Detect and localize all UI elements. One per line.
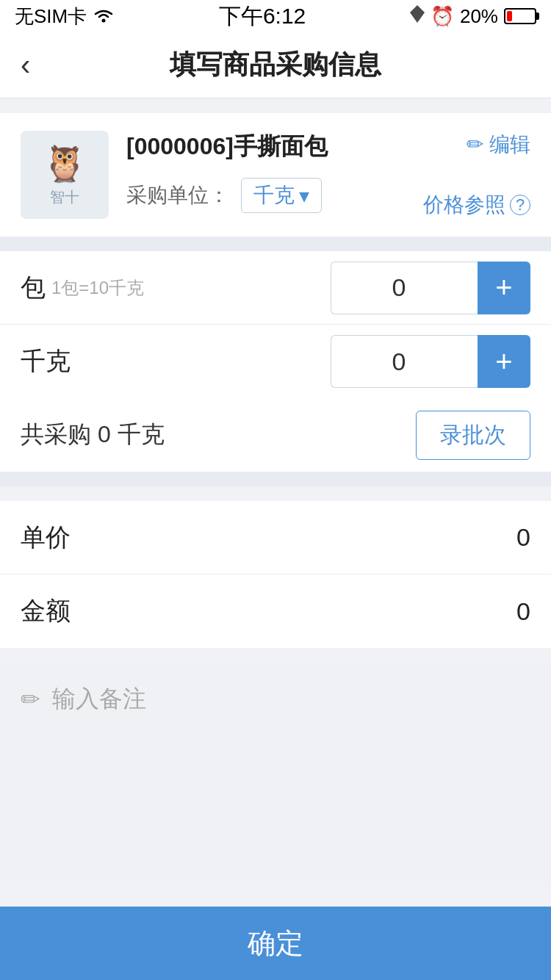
section-divider-1 — [0, 237, 551, 251]
status-left: 无SIM卡 — [15, 4, 115, 29]
status-time: 下午6:12 — [219, 1, 306, 32]
bao-qty-wrap: + — [331, 262, 530, 314]
carrier-text: 无SIM卡 — [15, 4, 87, 29]
bao-input-row: 包 1包=10千克 + — [0, 251, 551, 325]
unit-price-row: 单价 0 — [0, 501, 551, 574]
page-title: 填写商品采购信息 — [170, 47, 381, 83]
section-divider-2 — [0, 472, 551, 486]
confirm-button[interactable]: 确定 — [0, 907, 551, 980]
status-right: ⏰ 20% — [410, 5, 536, 28]
amount-label: 金额 — [21, 594, 71, 628]
quantity-input-section: 包 1包=10千克 + 千克 + — [0, 251, 551, 398]
product-thumb-sub: 智十 — [50, 187, 79, 207]
wifi-icon — [93, 5, 115, 28]
kg-qty-wrap: + — [331, 335, 530, 388]
unit-price-label: 单价 — [21, 521, 71, 555]
price-ref-help-icon: ? — [510, 195, 530, 215]
kg-plus-button[interactable]: + — [478, 335, 530, 388]
location-icon — [410, 5, 425, 28]
unit-label: 采购单位： — [126, 181, 229, 209]
svg-point-0 — [102, 18, 106, 22]
dropdown-arrow-icon: ▾ — [299, 184, 309, 208]
bao-plus-button[interactable]: + — [478, 262, 530, 314]
note-placeholder: 输入备注 — [52, 683, 146, 716]
summary-text: 共采购 0 千克 — [21, 419, 165, 451]
price-ref-label: 价格参照 — [423, 191, 505, 219]
bao-qty-input[interactable] — [331, 262, 478, 314]
summary-row: 共采购 0 千克 录批次 — [0, 398, 551, 472]
note-pencil-icon: ✏ — [21, 685, 40, 713]
nav-bar: ‹ 填写商品采购信息 — [0, 32, 551, 98]
battery-icon — [504, 8, 536, 24]
product-thumbnail: 🦉 智十 — [21, 131, 109, 219]
price-ref-button[interactable]: 价格参照 ? — [423, 191, 530, 219]
unit-value: 千克 — [253, 181, 295, 209]
battery-percent: 20% — [460, 5, 498, 28]
status-bar: 无SIM卡 下午6:12 ⏰ 20% — [0, 0, 551, 32]
amount-value: 0 — [516, 597, 530, 626]
product-card: 🦉 智十 [0000006]手撕面包 采购单位： 千克 ▾ ✏ 编辑 价格参照 … — [0, 113, 551, 237]
kg-input-row: 千克 + — [0, 325, 551, 398]
back-button[interactable]: ‹ — [21, 48, 30, 82]
record-batch-button[interactable]: 录批次 — [416, 411, 530, 460]
alarm-icon: ⏰ — [431, 5, 454, 28]
product-thumb-icon: 🦉 — [43, 143, 87, 184]
bao-sublabel: 1包=10千克 — [51, 276, 144, 300]
kg-qty-input[interactable] — [331, 335, 478, 388]
unit-price-value: 0 — [516, 523, 530, 552]
kg-label: 千克 — [21, 345, 71, 378]
info-section: 单价 0 金额 0 — [0, 501, 551, 648]
note-section[interactable]: ✏ 输入备注 — [0, 663, 551, 736]
edit-button[interactable]: ✏ 编辑 — [467, 131, 530, 159]
unit-select[interactable]: 千克 ▾ — [241, 178, 322, 213]
content-spacer — [0, 736, 551, 883]
amount-row: 金额 0 — [0, 574, 551, 648]
bao-label: 包 — [21, 271, 46, 305]
